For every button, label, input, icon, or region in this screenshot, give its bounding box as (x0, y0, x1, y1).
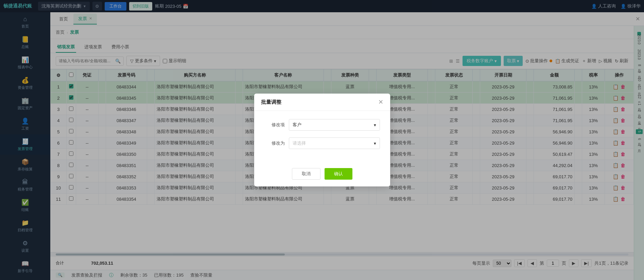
cancel-btn[interactable]: 取消 (292, 168, 320, 180)
modal-value-row: 修改为 请选择 ▾ (264, 137, 380, 149)
modal-field-arrow-icon: ▾ (374, 122, 376, 128)
modal-title: 批量调整 (261, 99, 281, 105)
modal-header: 批量调整 ✕ (254, 94, 390, 111)
modal-value-placeholder: 请选择 (293, 140, 306, 146)
modal-field-value: 客户 (293, 122, 301, 128)
modal-field-row: 修改项 客户 ▾ (264, 119, 380, 131)
modal-body: 修改项 客户 ▾ 修改为 请选择 ▾ (254, 111, 390, 164)
modal-footer: 取消 确认 (254, 164, 390, 186)
modal-value-select[interactable]: 请选择 ▾ (289, 137, 380, 149)
modal-close-btn[interactable]: ✕ (378, 98, 383, 106)
confirm-btn[interactable]: 确认 (325, 168, 352, 180)
modal-field-label: 修改项 (264, 122, 285, 128)
modal-field-select[interactable]: 客户 ▾ (289, 119, 380, 131)
modal-value-label: 修改为 (264, 140, 285, 146)
modal-value-arrow-icon: ▾ (374, 141, 376, 146)
batch-adjust-modal: 批量调整 ✕ 修改项 客户 ▾ 修改为 请选择 ▾ 取消 确认 (254, 94, 390, 186)
modal-overlay: 批量调整 ✕ 修改项 客户 ▾ 修改为 请选择 ▾ 取消 确认 (0, 0, 644, 280)
